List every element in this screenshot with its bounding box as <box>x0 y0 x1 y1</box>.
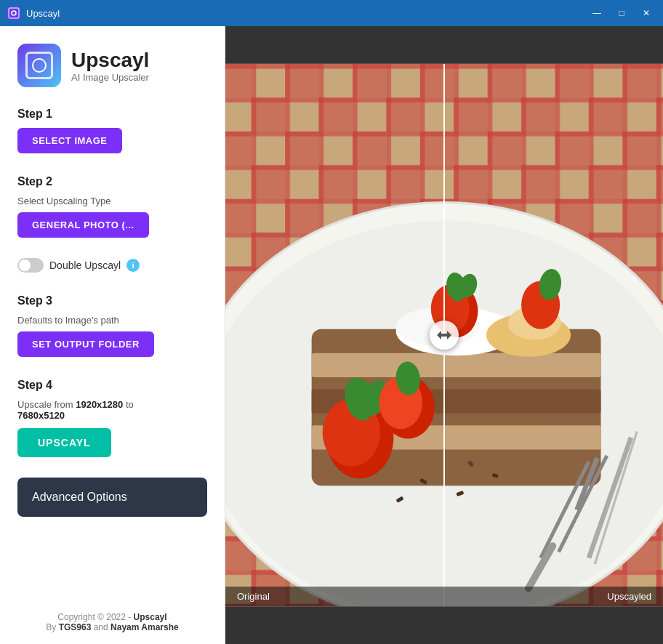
upscayl-button[interactable]: UPSCAYL <box>17 428 111 457</box>
step4-to-size: 7680x5120 <box>17 410 65 421</box>
main-layout: Upscayl AI Image Upscaler Step 1 SELECT … <box>0 26 663 644</box>
minimize-button[interactable]: — <box>587 6 606 20</box>
toggle-knob <box>19 259 31 271</box>
step2-label: Step 2 <box>17 175 207 188</box>
step1-label: Step 1 <box>17 108 207 121</box>
step4-description: Upscale from 1920x1280 to 7680x5120 <box>17 399 207 421</box>
step2-sublabel: Select Upscaling Type <box>17 196 207 206</box>
step1-section: Step 1 SELECT IMAGE <box>17 108 207 168</box>
titlebar-controls: — □ ✕ <box>587 6 656 20</box>
original-label: Original <box>237 591 270 602</box>
double-upscayl-toggle[interactable] <box>17 258 44 273</box>
step2-section: Step 2 Select Upscaling Type GENERAL PHO… <box>17 175 207 287</box>
app-title-group: Upscayl AI Image Upscaler <box>71 49 149 83</box>
step3-section: Step 3 Defaults to Image's path SET OUTP… <box>17 294 207 371</box>
close-button[interactable]: ✕ <box>637 6 656 20</box>
select-image-button[interactable]: SELECT IMAGE <box>17 128 122 153</box>
titlebar-title: Upscayl <box>26 8 587 19</box>
step4-label: Step 4 <box>17 379 207 392</box>
step3-sublabel: Defaults to Image's path <box>17 315 207 326</box>
upscayled-label: Upscayled <box>607 591 651 602</box>
upscaling-type-button[interactable]: GENERAL PHOTO (... <box>17 212 149 238</box>
toggle-label: Double Upscayl <box>49 259 121 271</box>
advanced-options-button[interactable]: Advanced Options <box>17 478 207 517</box>
arrows-icon <box>437 330 451 340</box>
app-subtitle: AI Image Upscaler <box>71 72 149 83</box>
titlebar: Upscayl — □ ✕ <box>0 0 663 26</box>
step4-from-size: 1920x1280 <box>76 399 123 410</box>
svg-rect-15 <box>312 353 601 377</box>
step4-desc-mid: to <box>123 399 133 410</box>
copyright-bold1: Upscayl <box>134 612 167 622</box>
compare-handle[interactable] <box>430 321 459 350</box>
app-logo <box>17 44 61 87</box>
titlebar-app-icon <box>7 7 20 20</box>
step3-label: Step 3 <box>17 294 207 307</box>
copyright: Copyright © 2022 - Upscayl By TGS963 and… <box>17 606 207 632</box>
step4-desc-prefix: Upscale from <box>17 399 76 410</box>
image-area: Original Upscayled <box>225 26 663 644</box>
double-upscayl-row: Double Upscayl i <box>17 258 207 273</box>
copyright-and: and <box>91 622 110 632</box>
compare-container[interactable]: Original Upscayled <box>225 64 663 606</box>
sidebar: Upscayl AI Image Upscaler Step 1 SELECT … <box>0 26 225 644</box>
app-logo-inner <box>25 52 53 79</box>
svg-marker-46 <box>437 331 451 339</box>
app-header: Upscayl AI Image Upscaler <box>17 44 207 87</box>
copyright-bold2: TGS963 <box>59 622 92 632</box>
image-bottom-bar <box>225 606 663 644</box>
maximize-button[interactable]: □ <box>612 6 631 20</box>
image-labels: Original Upscayled <box>225 587 663 606</box>
info-icon[interactable]: i <box>126 259 140 272</box>
copyright-bold3: Nayam Amarshe <box>110 622 179 632</box>
copyright-line1: Copyright © 2022 - <box>57 612 133 622</box>
app-name: Upscayl <box>71 49 149 72</box>
set-output-folder-button[interactable]: SET OUTPUT FOLDER <box>17 331 154 357</box>
copyright-line2: By <box>46 622 58 632</box>
step4-section: Step 4 Upscale from 1920x1280 to 7680x51… <box>17 379 207 470</box>
image-top-bar <box>225 26 663 64</box>
